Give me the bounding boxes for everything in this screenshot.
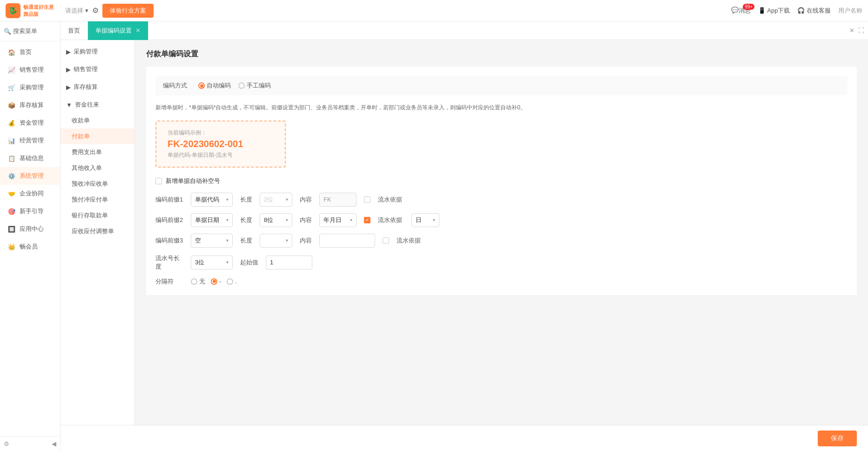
page-title: 付款单编码设置 (146, 49, 857, 59)
prefix1-serial-label: 流水依据 (378, 195, 402, 204)
prefix3-select[interactable]: 空 ▾ (191, 234, 233, 248)
prefix3-serial-label: 流水依据 (397, 236, 421, 245)
prefix1-content-input (319, 193, 357, 207)
prefix2-length-chevron-icon: ▾ (286, 217, 288, 222)
info-text: 新增单据时，*单据编码*自动生成，不可编辑。前缀设置为部门、业务员等档案类，开单… (155, 103, 848, 113)
prefix1-length-select[interactable]: 2位 ▾ (260, 193, 292, 207)
system-icon: ⚙️ (7, 172, 16, 180)
search-menu-btn[interactable]: 🔍 搜索菜单 (4, 25, 56, 37)
message-badge: 99+ (743, 4, 754, 10)
prefix2-content-chevron-icon: ▾ (350, 217, 352, 222)
prefix1-serial-checkbox[interactable] (364, 196, 370, 203)
prefix1-select[interactable]: 单据代码 ▾ (191, 193, 233, 207)
sub-item-receivable-adjust[interactable]: 应收应付调整单 (61, 223, 135, 239)
tab-home[interactable]: 首页 (61, 21, 88, 40)
sub-group-purchase-title[interactable]: ▶ 采购管理 (61, 44, 135, 60)
prefix2-content-select[interactable]: 年月日 ▾ (319, 213, 357, 227)
manual-encode-radio[interactable]: 手工编码 (238, 81, 271, 90)
prefix2-serial-checkbox[interactable] (364, 217, 370, 223)
sub-item-payment[interactable]: 付款单 (61, 128, 135, 144)
prefix1-length-chevron-icon: ▾ (286, 197, 288, 202)
prefix3-content-label: 内容 (300, 236, 312, 245)
separator-none-radio[interactable]: 无 (191, 277, 205, 286)
sidebar-item-basic[interactable]: 📋 基础信息 (0, 149, 60, 167)
logo: 🐉 畅通道好生意 旗品版 (6, 3, 61, 18)
sub-item-expense[interactable]: 费用支出单 (61, 144, 135, 160)
sales-icon: 📈 (7, 66, 16, 74)
home-icon: 🏠 (7, 48, 16, 56)
separator-none-circle (191, 278, 197, 285)
sidebar-item-inventory[interactable]: 📦 库存核算 (0, 96, 60, 114)
apps-icon: 🔲 (7, 225, 16, 233)
message-btn[interactable]: 💬 消息 99+ (731, 7, 751, 15)
settings-icon[interactable]: ⚙ (4, 440, 9, 447)
member-icon: 👑 (7, 242, 16, 251)
main-layout: 🔍 搜索菜单 🏠 首页 📈 销售管理 🛒 采购管理 📦 库存核算 💰 (0, 21, 868, 451)
gear-icon[interactable]: ⚙ (92, 6, 99, 15)
prefix2-row: 编码前缀2 单据日期 ▾ 长度 8位 ▾ 内容 年月日 (155, 213, 848, 227)
tab-serial-settings[interactable]: 单据编码设置 ✕ (88, 21, 148, 40)
topbar: 🐉 畅通道好生意 旗品版 请选择 ▾ ⚙ 体验行业方案 💬 消息 99+ 📱 A… (0, 0, 868, 21)
logo-text: 畅通道好生意 旗品版 (23, 4, 54, 17)
sub-item-bank-deposit[interactable]: 银行存取款单 (61, 208, 135, 223)
prefix1-row: 编码前缀1 单据代码 ▾ 长度 2位 ▾ 内容 流水依据 (155, 193, 848, 207)
prefix2-length-label: 长度 (240, 216, 252, 224)
tab-expand-icon[interactable]: ⛶ (858, 27, 864, 34)
tab-close-all-icon[interactable]: ✕ (849, 27, 855, 34)
sub-group-capital-title[interactable]: ▼ 资金往来 (61, 97, 135, 113)
trial-btn[interactable]: 体验行业方案 (102, 4, 154, 18)
sub-item-advance-receivable[interactable]: 预收冲应收单 (61, 176, 135, 192)
chevron-right-icon2: ▶ (66, 66, 71, 73)
auto-encode-radio[interactable]: 自动编码 (198, 81, 231, 90)
sub-group-sales-title[interactable]: ▶ 销售管理 (61, 61, 135, 77)
tab-close-icon[interactable]: ✕ (135, 27, 141, 34)
app-download-btn[interactable]: 📱 App下载 (758, 7, 790, 15)
enterprise-icon: 🤝 (7, 189, 16, 198)
sub-item-other-income[interactable]: 其他收入单 (61, 160, 135, 176)
serial-length-label: 流水号长度 (155, 254, 183, 271)
sidebar-item-sales[interactable]: 📈 销售管理 (0, 61, 60, 79)
prefix2-select[interactable]: 单据日期 ▾ (191, 213, 233, 227)
sidebar-item-apps[interactable]: 🔲 应用中心 (0, 220, 60, 238)
prefix3-length-chevron-icon: ▾ (286, 238, 288, 243)
separator-dot-radio[interactable]: . (227, 278, 237, 285)
serial-length-select[interactable]: 3位 ▾ (191, 256, 233, 269)
collapse-icon[interactable]: ◀ (52, 440, 56, 447)
company-name: 请选择 (65, 7, 83, 15)
sidebar-item-member[interactable]: 👑 畅会员 (0, 238, 60, 256)
sub-group-inventory-title[interactable]: ▶ 库存核算 (61, 79, 135, 95)
company-select[interactable]: 请选择 ▾ (65, 7, 88, 15)
sub-item-advance-payable[interactable]: 预付冲应付单 (61, 192, 135, 208)
prefix2-unit-chevron-icon: ▾ (433, 217, 435, 222)
separator-dash-radio[interactable]: - (211, 278, 221, 285)
prefix3-content-input[interactable] (319, 234, 375, 248)
prefix2-serial-unit-select[interactable]: 日 ▾ (411, 213, 439, 227)
sidebar-item-enterprise[interactable]: 🤝 企业协同 (0, 185, 60, 202)
sidebar-item-operations[interactable]: 📊 经营管理 (0, 132, 60, 149)
tab-bar-actions: ✕ ⛶ (849, 27, 868, 34)
purchase-icon: 🛒 (7, 83, 16, 92)
sidebar-item-home[interactable]: 🏠 首页 (0, 43, 60, 61)
sidebar-item-purchase[interactable]: 🛒 采购管理 (0, 79, 60, 96)
auto-fill-checkbox[interactable] (155, 178, 162, 184)
start-value-input[interactable] (266, 256, 312, 269)
prefix3-length-select[interactable]: ▾ (260, 234, 292, 248)
sidebar-item-finance[interactable]: 💰 资金管理 (0, 114, 60, 132)
save-button[interactable]: 保存 (818, 431, 857, 446)
prefix1-length-label: 长度 (240, 195, 252, 204)
prefix3-serial-checkbox[interactable] (383, 237, 389, 244)
finance-icon: 💰 (7, 119, 16, 127)
prefix2-length-select[interactable]: 8位 ▾ (260, 213, 292, 227)
chevron-down-icon2: ▼ (66, 101, 72, 108)
download-icon: 📱 (758, 7, 766, 14)
online-service-btn[interactable]: 🎧 在线客服 (797, 7, 831, 15)
sidebar-nav: 🏠 首页 📈 销售管理 🛒 采购管理 📦 库存核算 💰 资金管理 📊 经 (0, 41, 60, 436)
sidebar-search-area: 🔍 搜索菜单 (0, 21, 60, 41)
sidebar-item-guide[interactable]: 🎯 新手引导 (0, 202, 60, 220)
inner-layout: ▶ 采购管理 ▶ 销售管理 ▶ 库存核算 (61, 40, 868, 425)
preview-box: 当前编码示例： FK-20230602-001 单据代码-单据日期-流水号 (155, 121, 286, 168)
sidebar-item-system[interactable]: ⚙️ 系统管理 (0, 167, 60, 185)
manual-encode-radio-circle (238, 82, 245, 89)
user-name[interactable]: 用户名称 (838, 7, 862, 15)
sub-item-receipt[interactable]: 收款单 (61, 113, 135, 128)
